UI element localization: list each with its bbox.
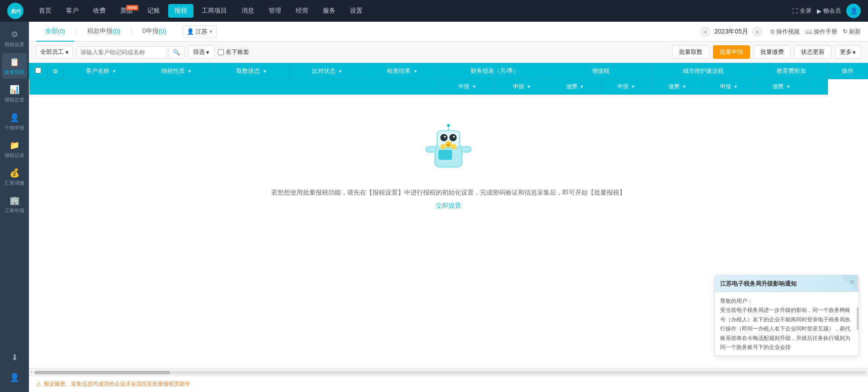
sidebar-user[interactable]: 👤 xyxy=(2,368,27,387)
nav-accounting[interactable]: 记账 xyxy=(141,4,166,18)
col-tax-nature: 纳税性质 ▼ xyxy=(139,63,214,79)
nav-fee[interactable]: 收费 xyxy=(87,4,112,18)
batch-tax-icon: 📋 xyxy=(9,57,20,67)
col-fetch-status: 取数状态 ▼ xyxy=(214,63,290,79)
sub-col-vat-pay: 缴费 ▼ xyxy=(550,79,601,95)
tab-zero-declare[interactable]: 0申报 ( 0 ) xyxy=(133,22,175,42)
sidebar-item-tax-record[interactable]: 📁 报税记录 xyxy=(2,136,27,162)
bottom-bar: ⚠ 验证账密、采集信息均成功的企业才会流转至批量报税页面中 xyxy=(29,376,868,392)
sub-col-financial-declare: 申报 ▼ xyxy=(440,79,495,95)
sidebar-item-personal-tax[interactable]: 👤 个税申报 xyxy=(2,109,27,134)
vip-button[interactable]: ▶ 畅会员 xyxy=(817,7,841,15)
region-label: 江苏 xyxy=(196,28,208,36)
more-button[interactable]: 更多 ▾ xyxy=(835,45,861,59)
batch-declare-button[interactable]: 批量申报 xyxy=(713,45,750,59)
fetch-status-filter-icon[interactable]: ▼ xyxy=(263,69,267,74)
nav-manage[interactable]: 管理 xyxy=(262,4,288,18)
operation-video-button[interactable]: ⊙ 操作视频 xyxy=(770,28,800,36)
tab-right-actions: ⊙ 操作视频 📖 操作手册 ↻ 刷新 xyxy=(770,28,861,36)
sidebar-item-annual-report[interactable]: 🏢 工商年报 xyxy=(2,191,27,217)
logo[interactable]: 易代 xyxy=(7,3,24,19)
vat-declare-filter-icon[interactable]: ▼ xyxy=(527,84,531,89)
sidebar-label-batch-tax: 批量报税 xyxy=(5,69,24,75)
nav-client[interactable]: 客户 xyxy=(60,4,85,18)
check-result-filter-icon[interactable]: ▼ xyxy=(413,69,418,74)
nav-service[interactable]: 服务 xyxy=(316,4,342,18)
nav-settings[interactable]: 设置 xyxy=(344,4,369,18)
sidebar-item-annual-settlement[interactable]: 💰 汇算清缴 xyxy=(2,164,27,190)
video-icon: ⊙ xyxy=(770,28,775,35)
svg-text:易代: 易代 xyxy=(11,9,21,14)
vat-pay-filter-icon[interactable]: ▼ xyxy=(580,84,584,89)
edu-declare-filter-icon[interactable]: ▼ xyxy=(733,84,738,89)
col-financial-report: 财务报表（月/季） xyxy=(440,63,550,79)
employee-select[interactable]: 全部员工 ▾ xyxy=(36,46,73,58)
sub-col-edu-declare: 申报 ▼ xyxy=(703,79,755,95)
col-select-all[interactable] xyxy=(29,63,47,79)
client-filter-icon[interactable]: ▼ xyxy=(112,69,117,74)
col-client-name: 客户名称 ▼ xyxy=(64,63,139,79)
scrollbar-thumb[interactable] xyxy=(34,371,170,374)
edu-pay-filter-icon[interactable]: ▼ xyxy=(786,84,791,89)
top-navigation: 易代 首页 客户 收费 票据 NEW 记账 报税 工商项目 消息 管理 经营 服… xyxy=(0,0,868,22)
setup-link[interactable]: 立即设置 xyxy=(436,202,461,210)
horizontal-scrollbar[interactable]: ‹ xyxy=(29,368,868,376)
batch-fetch-button[interactable]: 批量取数 xyxy=(672,45,709,59)
nav-tax[interactable]: 报税 xyxy=(168,4,193,18)
notification-popup: 江苏电子税务局升级影响通知 ✕ 尊敬的用户： 受当前电子税务局进一步升级的影响，… xyxy=(714,275,859,356)
tax-nature-filter-icon[interactable]: ▼ xyxy=(187,69,192,74)
sidebar-item-batch-tax[interactable]: 📋 批量报税 xyxy=(2,53,27,79)
fullscreen-icon: ⛶ xyxy=(792,8,798,14)
filter-label: 筛选 xyxy=(193,48,205,56)
nav-invoice[interactable]: 票据 NEW xyxy=(114,4,139,18)
col-operation: 操作 xyxy=(828,63,868,79)
tax-settings-icon: ⚙ xyxy=(9,29,20,40)
sidebar-label-tax-record: 报税记录 xyxy=(5,153,24,158)
city-pay-filter-icon[interactable]: ▼ xyxy=(682,84,687,89)
col-check-result: 检查结果 ▼ xyxy=(365,63,440,79)
compare-status-filter-icon[interactable]: ▼ xyxy=(338,69,342,74)
city-declare-filter-icon[interactable]: ▼ xyxy=(631,84,635,89)
sidebar-item-tax-overview[interactable]: 📊 报税总览 xyxy=(2,81,27,106)
col-gear[interactable]: ⚙ xyxy=(47,63,64,79)
select-all-checkbox[interactable] xyxy=(35,67,41,73)
nav-business[interactable]: 工商项目 xyxy=(195,4,233,18)
financial-declare-filter-icon[interactable]: ▼ xyxy=(472,84,476,89)
operation-manual-button[interactable]: 📖 操作手册 xyxy=(805,28,837,36)
sidebar-item-tax-settings[interactable]: ⚙ 报税设置 xyxy=(2,25,27,51)
filter-button[interactable]: 筛选 ▾ xyxy=(188,45,214,59)
tab-declare[interactable]: 税款申报 ( 0 ) xyxy=(78,22,129,42)
refresh-button[interactable]: ↻ 刷新 xyxy=(843,28,861,36)
batch-pay-button[interactable]: 批量缴费 xyxy=(754,45,791,59)
sidebar-label-tax-overview: 报税总览 xyxy=(5,97,24,103)
vip-icon: ▶ xyxy=(817,8,821,14)
download-icon: ⬇ xyxy=(9,352,20,363)
search-input[interactable] xyxy=(76,46,167,58)
employee-chevron-icon: ▾ xyxy=(66,49,69,56)
notification-close-button[interactable]: ✕ xyxy=(849,279,855,285)
nav-operation[interactable]: 经营 xyxy=(289,4,315,18)
tab-all[interactable]: 全部 ( 0 ) xyxy=(36,22,74,42)
tax-overview-icon: 📊 xyxy=(9,84,20,95)
fullscreen-button[interactable]: ⛶ 全屏 xyxy=(792,7,811,15)
date-next-button[interactable]: › xyxy=(752,26,763,37)
empty-state: ¥ 若您想使用批量报税功能，请先在【报税设置】中进行报税的初始化设置，完成密码验… xyxy=(29,95,868,237)
tax-record-icon: 📁 xyxy=(9,140,20,151)
data-table: ⚙ 客户名称 ▼ 纳税性质 ▼ 取数状态 ▼ xyxy=(29,63,868,237)
nav-home[interactable]: 首页 xyxy=(33,4,58,18)
date-prev-button[interactable]: ‹ xyxy=(700,26,711,37)
user-avatar[interactable]: 👤 xyxy=(846,4,861,18)
nav-message[interactable]: 消息 xyxy=(235,4,260,18)
annual-report-icon: 🏢 xyxy=(9,195,20,206)
status-update-button[interactable]: 状态更新 xyxy=(794,45,831,59)
search-button[interactable]: 🔍 xyxy=(169,46,184,58)
region-icon: 👤 xyxy=(187,28,194,35)
region-selector[interactable]: 👤 江苏 ▾ xyxy=(183,25,217,38)
col-education-surcharge: 教育费附加 xyxy=(755,63,828,79)
account-set-checkbox-label[interactable]: 名下账套 xyxy=(218,48,249,56)
date-navigation: ‹ 2023年05月 › xyxy=(700,26,763,37)
account-set-checkbox[interactable] xyxy=(218,49,224,55)
sidebar-label-annual-report: 工商年报 xyxy=(5,208,24,214)
scrollbar-track[interactable] xyxy=(34,371,866,374)
sidebar-download[interactable]: ⬇ xyxy=(2,349,27,367)
